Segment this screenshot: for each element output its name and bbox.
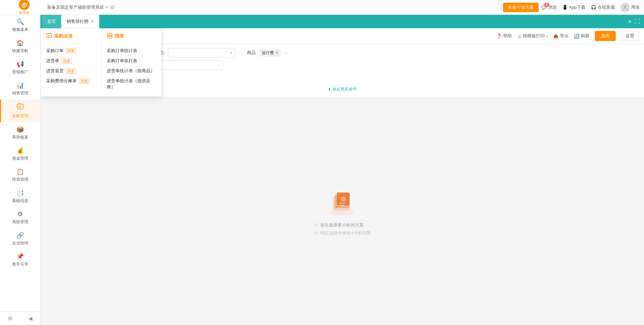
svg-rect-19: [111, 34, 112, 37]
query-button[interactable]: 查询: [595, 31, 616, 41]
online-service-label: 在线客服: [598, 4, 615, 10]
svg-rect-18: [110, 35, 111, 37]
svg-rect-2: [17, 104, 23, 109]
industry-btn[interactable]: 体验行业方案: [503, 3, 539, 12]
report-col-icon: [107, 33, 113, 40]
settings-button[interactable]: 设置: [621, 31, 639, 41]
salesperson-select[interactable]: ···: [156, 60, 223, 70]
sidebar-item-enterprise[interactable]: 🔗 企业协同: [0, 228, 40, 249]
system-icon: ⚙: [17, 210, 23, 218]
report-goods-stat-label: 进货单统计表（按商品）: [107, 68, 155, 74]
report-order-exec-item[interactable]: 采购订单执行表: [107, 56, 156, 66]
user-item[interactable]: 用友: [620, 3, 640, 12]
export-icon: 📤: [553, 34, 559, 39]
sales-icon: 📊: [16, 82, 24, 89]
settings-icon[interactable]: ⚙: [110, 4, 115, 10]
notification-item[interactable]: 💬 5 消息: [541, 4, 557, 10]
report-supplier-stat-item[interactable]: 进货单统计表（按供应商）: [107, 76, 156, 92]
sidebar-label-marketing: 营销推广: [12, 69, 28, 75]
sidebar-item-marketing[interactable]: 📢 营销推广: [0, 57, 40, 78]
sidebar-item-inventory[interactable]: 📦 库存核算: [0, 122, 40, 144]
tab-expand-icon[interactable]: ⛶: [635, 18, 640, 25]
tab-home[interactable]: 首页: [42, 15, 61, 28]
help-item[interactable]: ❓ 帮助: [496, 33, 512, 39]
logo-icon: [19, 0, 30, 10]
sidebar-item-search[interactable]: 🔍 搜索菜单: [0, 15, 40, 36]
purchase-col-title: 采购业务: [46, 33, 96, 42]
sidebar-item-sales[interactable]: 📊 销售管理: [0, 78, 40, 99]
export-item[interactable]: 📤 导出: [553, 33, 569, 39]
sidebar-item-finance[interactable]: 💰 资金管理: [0, 144, 40, 165]
notification-bell[interactable]: 💬 5: [541, 5, 547, 10]
print-item[interactable]: 🖨 按模板打印 ▾: [517, 33, 548, 39]
goods-label: 商品: [247, 50, 256, 56]
guide-icon: 📌: [16, 253, 24, 260]
doc-status-arrow: ▾: [230, 51, 232, 55]
tab-bar-right: ✕ ⛶: [628, 18, 643, 25]
operations-icon: 📋: [16, 168, 24, 175]
hint-text-2: 用[过滤]条件来缩小分析范围: [320, 230, 371, 236]
purchase-expense-item[interactable]: 采购费用分摊单 历史: [46, 76, 96, 86]
empty-hints: ① 请先选择要分析的方案 ② 用[过滤]条件来缩小分析范围: [314, 222, 371, 236]
tab-sales-rank[interactable]: 销售排行榜 ✕: [61, 15, 99, 28]
app-download-label: App下载: [569, 4, 585, 10]
goods-tag: 设计费 ✕: [260, 49, 281, 56]
sidebar-label-guide: 新手引导: [12, 261, 28, 267]
help-label: 帮助: [503, 33, 512, 39]
tab-close-all-icon[interactable]: ✕: [628, 18, 632, 25]
sidebar-label-inventory: 库存核算: [12, 134, 28, 140]
empty-illustration: [325, 187, 359, 217]
purchase-goods-item[interactable]: 进货单 历史: [46, 56, 96, 66]
empty-state: ① 请先选择要分析的方案 ② 用[过滤]条件来缩小分析范围: [40, 97, 644, 325]
dropdown-arrow-icon[interactable]: ▾: [106, 5, 108, 9]
svg-rect-3: [18, 106, 22, 107]
sidebar-item-system[interactable]: ⚙ 系统管理: [0, 207, 40, 228]
sidebar-bottom: ⚙ ◀: [0, 312, 40, 325]
purchase-return-item[interactable]: 进货退货 历史: [46, 66, 96, 76]
goods-more[interactable]: ···: [285, 50, 288, 55]
svg-point-5: [330, 210, 354, 215]
report-goods-stat-item[interactable]: 进货单统计表（按商品）: [107, 66, 156, 76]
collapse-label: 收起更多条件: [332, 86, 357, 92]
goods-tag-close[interactable]: ✕: [275, 50, 279, 55]
system-title-area: 装备及固定资产辅助管理系统 ▾ ⚙: [47, 4, 500, 10]
sidebar-collapse-icon[interactable]: ◀: [28, 315, 32, 322]
tab-home-label: 首页: [47, 18, 56, 25]
hint-text-1: 请先选择要分析的方案: [320, 222, 364, 228]
sidebar-item-guide[interactable]: 📌 新手引导: [0, 249, 40, 271]
purchase-order-item[interactable]: 采购订单 历史: [46, 46, 96, 56]
purchase-expense-history-badge: 历史: [79, 78, 90, 84]
purchase-expense-label: 采购费用分摊单: [46, 78, 77, 84]
svg-rect-11: [340, 205, 344, 206]
sidebar-item-quicknav[interactable]: 🏠 快捷导航: [0, 36, 40, 57]
sidebar-item-operations[interactable]: 📋 经营管理: [0, 165, 40, 186]
report-supplier-stat-label: 进货单统计表（按供应商）: [107, 78, 156, 90]
online-service-item[interactable]: 🎧 在线客服: [591, 4, 615, 10]
dropdown-menu[interactable]: 采购业务 采购订单 历史 进货单 历史 进货退货 历史: [40, 28, 162, 96]
sidebar-item-purchase[interactable]: 采购管理: [0, 99, 40, 122]
sidebar-item-basic[interactable]: 📑 基础信息: [0, 186, 40, 207]
svg-rect-10: [339, 203, 346, 204]
svg-rect-4: [18, 107, 21, 108]
doc-status-select[interactable]: ▾: [168, 48, 235, 57]
salesperson-more: ···: [217, 63, 220, 67]
purchase-goods-history-badge: 历史: [61, 58, 72, 64]
report-order-stat-item[interactable]: 采购订单统计表: [107, 46, 156, 56]
user-label: 用友: [631, 4, 640, 10]
finance-icon: 💰: [16, 147, 24, 154]
hint-bullet-1: ①: [314, 222, 318, 228]
logo-label: 标准版: [19, 10, 29, 15]
tab-close-icon[interactable]: ✕: [91, 19, 94, 24]
app-download-item[interactable]: 📱 App下载: [562, 4, 585, 10]
print-dropdown-icon[interactable]: ▾: [546, 34, 548, 38]
refresh-item[interactable]: 🔄 刷新: [574, 33, 589, 39]
svg-point-0: [23, 4, 25, 6]
hint-row-2: ② 用[过滤]条件来缩小分析范围: [314, 230, 371, 236]
report-order-exec-label: 采购订单执行表: [107, 58, 137, 64]
doc-status-more[interactable]: ···: [239, 50, 243, 55]
hint-bullet-2: ②: [314, 231, 318, 236]
enterprise-icon: 🔗: [16, 232, 24, 239]
svg-rect-16: [108, 35, 109, 37]
sidebar-settings-icon[interactable]: ⚙: [8, 315, 12, 322]
svg-rect-13: [47, 35, 51, 36]
